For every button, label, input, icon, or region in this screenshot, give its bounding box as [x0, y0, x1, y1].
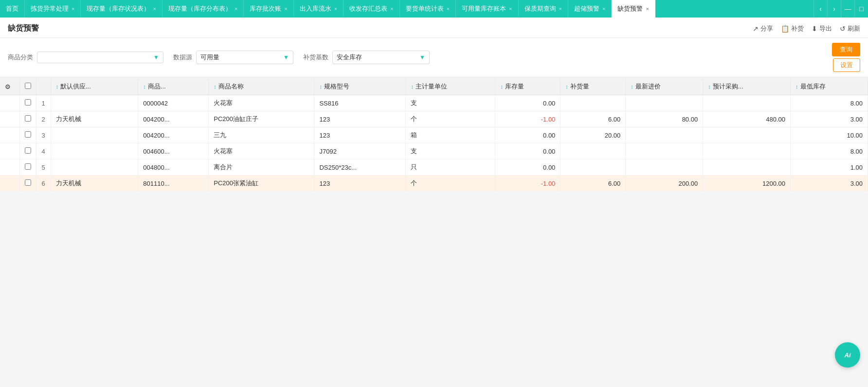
filter-actions: 查询 设置 — [832, 43, 860, 72]
cell-min-stock: 1.00 — [791, 159, 868, 176]
tab-overstock[interactable]: 超储预警 × — [568, 0, 612, 18]
table-row: 6 力天机械 801110... PC200张紧油缸 123 个 -1.00 6… — [0, 176, 868, 192]
tab-close-exception[interactable]: × — [72, 6, 74, 12]
row-checkbox[interactable] — [25, 131, 31, 138]
col-min-stock[interactable]: ↕ 最低库存 — [791, 78, 868, 95]
cell-row-num: 1 — [36, 95, 51, 111]
tab-close-shortage[interactable]: × — [646, 6, 649, 12]
replenish-base-select[interactable]: 安全库存 ▼ — [332, 51, 430, 64]
col-default-supplier[interactable]: ↕ 默认供应... — [51, 78, 138, 95]
cell-replenish-qty — [561, 143, 626, 159]
tab-maximize[interactable]: □ — [854, 0, 868, 18]
tab-nav-controls: ‹ › — □ — [814, 0, 868, 18]
cell-row-num: 5 — [36, 159, 51, 176]
table-row: 1 0000042 火花塞 SS816 支 0.00 8.00 — [0, 95, 868, 111]
replenish-button[interactable]: 📋 补货 — [781, 24, 804, 33]
tab-minimize[interactable]: — — [841, 0, 854, 18]
tab-scroll-left[interactable]: ‹ — [814, 0, 827, 18]
tab-close-batch[interactable]: × — [284, 6, 287, 12]
cell-row-num: 3 — [36, 127, 51, 143]
col-checkbox — [19, 78, 36, 95]
cell-product-code: 0000042 — [138, 95, 209, 111]
cell-unit: 支 — [406, 95, 495, 111]
col-unit[interactable]: ↕ 主计量单位 — [406, 78, 495, 95]
sort-min-stock-icon: ↕ — [796, 84, 798, 89]
query-button[interactable]: 查询 — [832, 43, 860, 56]
refresh-button[interactable]: ↺ 刷新 — [840, 24, 860, 33]
cell-latest-price: 200.00 — [626, 176, 703, 192]
settings-button[interactable]: 设置 — [833, 58, 860, 72]
cell-unit: 支 — [406, 143, 495, 159]
tab-recv-summary[interactable]: 收发存汇总表 × — [344, 0, 399, 18]
tab-close-inventory-status[interactable]: × — [153, 6, 156, 12]
tab-scroll-right[interactable]: › — [827, 0, 841, 18]
col-row-num — [36, 78, 51, 95]
datasource-select-value: 可用量 — [200, 53, 219, 62]
cell-stock: 0.00 — [495, 127, 561, 143]
cell-settings — [0, 95, 19, 111]
row-checkbox[interactable] — [25, 115, 31, 122]
datasource-label: 数据源 — [173, 53, 192, 62]
cell-min-stock: 3.00 — [791, 176, 868, 192]
cell-default-supplier: 力天机械 — [51, 176, 138, 192]
export-icon: ⬇ — [812, 25, 817, 33]
row-checkbox[interactable] — [25, 147, 31, 154]
cell-checkbox — [19, 127, 36, 143]
cell-product-name: PC200油缸庄子 — [209, 111, 314, 127]
col-settings[interactable]: ⚙ — [0, 78, 19, 95]
shortage-table: ⚙ ↕ 默认供应... ↕ 商品... — [0, 78, 868, 192]
row-checkbox[interactable] — [25, 99, 31, 106]
cell-unit: 箱 — [406, 127, 495, 143]
tab-available-ledger[interactable]: 可用量库存账本 × — [456, 0, 518, 18]
sort-product-code-icon: ↕ — [143, 84, 146, 89]
cell-spec: 123 — [314, 127, 406, 143]
tab-inventory-status[interactable]: 现存量（库存状况表） × — [81, 0, 162, 18]
tab-home[interactable]: 首页 — [0, 0, 25, 18]
cell-settings — [0, 127, 19, 143]
sort-latest-price-icon: ↕ — [631, 84, 633, 89]
col-estimated-purchase[interactable]: ↕ 预计采购... — [703, 78, 791, 95]
cell-stock: 0.00 — [495, 95, 561, 111]
col-replenish-qty[interactable]: ↕ 补货量 — [561, 78, 626, 95]
cell-latest-price — [626, 127, 703, 143]
col-stock[interactable]: ↕ 库存量 — [495, 78, 561, 95]
replenish-base-select-value: 安全库存 — [337, 53, 362, 62]
col-product-code[interactable]: ↕ 商品... — [138, 78, 209, 95]
tab-shortage[interactable]: 缺货预警 × — [612, 0, 655, 18]
cell-replenish-qty — [561, 159, 626, 176]
tab-close-expiry[interactable]: × — [559, 6, 562, 12]
cell-replenish-qty — [561, 95, 626, 111]
cell-default-supplier: 力天机械 — [51, 111, 138, 127]
datasource-select[interactable]: 可用量 ▼ — [196, 51, 293, 64]
tab-close-overstock[interactable]: × — [602, 6, 605, 12]
cell-estimated-purchase: 1200.00 — [703, 176, 791, 192]
row-checkbox[interactable] — [25, 163, 31, 170]
cell-spec: DS250*23c... — [314, 159, 406, 176]
cell-unit: 个 — [406, 111, 495, 127]
tab-close-order-stat[interactable]: × — [447, 6, 450, 12]
row-checkbox[interactable] — [25, 179, 31, 186]
tab-order-stat[interactable]: 要货单统计表 × — [400, 0, 456, 18]
tab-inout-flow[interactable]: 出入库流水 × — [294, 0, 344, 18]
category-select[interactable]: ▼ — [37, 52, 163, 63]
cell-row-num: 2 — [36, 111, 51, 127]
tab-close-inout-flow[interactable]: × — [334, 6, 337, 12]
replenish-base-filter-group: 补货基数 安全库存 ▼ — [303, 51, 430, 64]
tab-batch[interactable]: 库存批次账 × — [244, 0, 293, 18]
col-spec[interactable]: ↕ 规格型号 — [314, 78, 406, 95]
tab-close-recv-summary[interactable]: × — [390, 6, 393, 12]
tab-close-available-ledger[interactable]: × — [509, 6, 512, 12]
cell-checkbox — [19, 143, 36, 159]
col-latest-price[interactable]: ↕ 最新进价 — [626, 78, 703, 95]
select-all-checkbox[interactable] — [25, 83, 31, 89]
datasource-select-arrow-icon: ▼ — [283, 54, 289, 61]
tab-exception[interactable]: 拣货异常处理 × — [25, 0, 81, 18]
tab-inventory-dist[interactable]: 现存量（库存分布表） × — [163, 0, 244, 18]
share-button[interactable]: ↗ 分享 — [753, 24, 773, 33]
cell-checkbox — [19, 159, 36, 176]
col-product-name[interactable]: ↕ 商品名称 — [209, 78, 314, 95]
header-actions: ↗ 分享 📋 补货 ⬇ 导出 ↺ 刷新 — [753, 24, 860, 33]
tab-expiry[interactable]: 保质期查询 × — [519, 0, 568, 18]
export-button[interactable]: ⬇ 导出 — [812, 24, 832, 33]
tab-close-inventory-dist[interactable]: × — [235, 6, 237, 12]
